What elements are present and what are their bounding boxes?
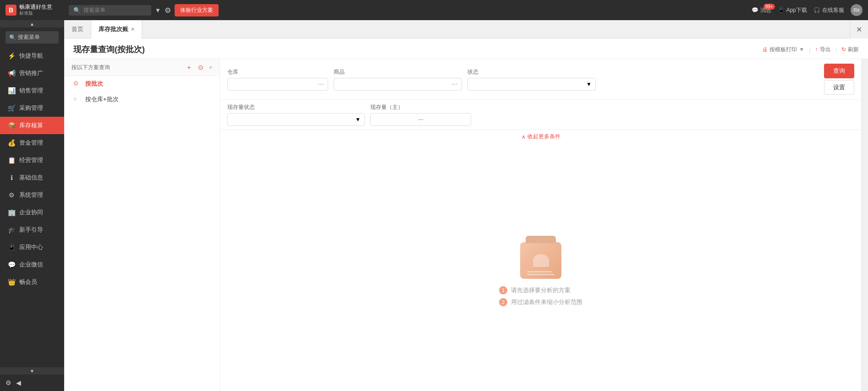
goods-input[interactable]: ··· xyxy=(334,78,462,91)
app-center-icon: 📱 xyxy=(7,243,16,251)
top-actions: 💬 消息 99+ 📱 App下载 🎧 在线客服 Rit xyxy=(752,4,863,16)
filter-row-2: 现存量状态 ▼ 现存量（主） — xyxy=(220,100,862,130)
page-header-actions: 🖨 按模板打印 ▼ | ↑ 导出 | ↻ 刷新 xyxy=(762,46,859,54)
top-bar: B 畅康通好生意 标准版 🔍 ▼ ⚙ 体验行业方案 💬 消息 99+ 📱 App… xyxy=(0,0,868,20)
sidebar-scroll-up[interactable]: ▲ xyxy=(0,20,64,27)
sidebar-item-purchase[interactable]: 🛒 采购管理 xyxy=(0,99,64,117)
qty-input[interactable]: — xyxy=(370,113,471,126)
tab-close-btn[interactable]: × xyxy=(131,26,134,33)
headset-icon: 🎧 xyxy=(813,7,820,13)
status-filter: 状态 ▼ xyxy=(467,68,596,91)
marketing-icon: 📢 xyxy=(7,69,16,77)
dropdown-icon[interactable]: ▼ xyxy=(155,7,161,14)
page-title: 现存量查询(按批次) xyxy=(73,44,145,55)
collapse-sidebar-icon[interactable]: ◀ xyxy=(16,379,21,386)
avatar: Rit xyxy=(851,4,863,16)
filter-panel: 仓库 ··· 商品 ··· xyxy=(220,59,862,143)
sidebar-item-sales[interactable]: 📊 销售管理 xyxy=(0,82,64,99)
inventory-status-select[interactable]: ▼ xyxy=(227,113,365,126)
content-area: 首页 库存批次账 × ✕ 现存量查询(按批次) 🖨 按模板打印 ▼ xyxy=(64,20,868,391)
messages-badge: 99+ xyxy=(764,4,775,10)
collapse-plan-icon[interactable]: « xyxy=(209,64,212,71)
settings-bottom-icon[interactable]: ⚙ xyxy=(5,379,11,386)
sidebar-item-app-center[interactable]: 📱 应用中心 xyxy=(0,239,64,256)
sidebar-item-newbie[interactable]: 🎓 新手引导 xyxy=(0,221,64,239)
messages-btn[interactable]: 💬 消息 99+ xyxy=(752,6,771,14)
wechat-icon: 💬 xyxy=(7,261,16,269)
sidebar-item-quick-nav[interactable]: ⚡ 快捷导航 xyxy=(0,47,64,65)
phone-icon: 📱 xyxy=(778,7,785,13)
add-plan-icon[interactable]: + xyxy=(184,63,193,72)
empty-hints: 1 请先选择要分析的方案 2 用过滤条件来缩小分析范围 xyxy=(499,286,582,306)
main-layout: ▲ 🔍 搜索菜单 ⚡ 快捷导航 📢 营销推广 📊 销售管理 xyxy=(0,20,868,391)
refresh-icon: ↻ xyxy=(841,46,846,53)
sidebar-item-operations[interactable]: 📋 经营管理 xyxy=(0,152,64,169)
sidebar-item-enterprise[interactable]: 🏢 企业协同 xyxy=(0,204,64,221)
collapse-more-btn[interactable]: ∧ 收起更多条件 xyxy=(220,130,862,143)
sidebar-bottom: ⚙ ◀ xyxy=(0,375,64,391)
finance-icon: 💰 xyxy=(7,139,16,147)
search-box[interactable]: 🔍 xyxy=(69,5,151,16)
print-icon: 🖨 xyxy=(762,46,768,53)
status-select[interactable]: ▼ xyxy=(467,78,596,91)
close-all-icon: ✕ xyxy=(856,25,862,34)
search-input[interactable] xyxy=(83,7,138,13)
sidebar-item-member[interactable]: 👑 畅会员 xyxy=(0,273,64,291)
sales-icon: 📊 xyxy=(7,87,16,95)
sidebar-item-finance[interactable]: 💰 资金管理 xyxy=(0,134,64,152)
sidebar-search-btn[interactable]: 🔍 搜索菜单 xyxy=(5,31,59,43)
brand-sub: 标准版 xyxy=(19,10,52,16)
newbie-icon: 🎓 xyxy=(7,226,16,234)
plan-sidebar-icons: + ⊙ xyxy=(184,63,205,72)
sidebar-item-marketing[interactable]: 📢 营销推广 xyxy=(0,65,64,82)
top-search-area: 🔍 ▼ ⚙ 体验行业方案 xyxy=(69,4,748,16)
brand: B 畅康通好生意 标准版 xyxy=(5,4,65,16)
sidebar-item-wechat[interactable]: 💬 企业微信 xyxy=(0,256,64,273)
query-actions: 查询 设置 xyxy=(824,64,854,95)
plan-item-by-batch[interactable]: ⊙ 按批次 xyxy=(64,76,220,92)
filter-plan-layout: 按以下方案查询 + ⊙ « ⊙ 按批次 xyxy=(64,59,868,391)
basic-info-icon: ℹ xyxy=(7,174,16,182)
right-scrollbar[interactable] xyxy=(862,59,868,391)
export-btn[interactable]: ↑ 导出 xyxy=(815,46,831,54)
plan-item-icon: ○ xyxy=(73,95,82,103)
experience-btn[interactable]: 体验行业方案 xyxy=(175,4,219,16)
tab-home[interactable]: 首页 xyxy=(64,20,91,38)
refresh-btn[interactable]: ↻ 刷新 xyxy=(841,46,859,54)
sidebar: 🔍 搜索菜单 ⚡ 快捷导航 📢 营销推广 📊 销售管理 🛒 采购管理 xyxy=(0,27,64,367)
sidebar-item-inventory[interactable]: 📦 库存核算 xyxy=(0,117,64,134)
tab-inventory-batch[interactable]: 库存批次账 × xyxy=(91,20,142,38)
enterprise-icon: 🏢 xyxy=(7,208,16,217)
plan-settings-icon[interactable]: ⊙ xyxy=(196,63,205,72)
settings-btn[interactable]: 设置 xyxy=(824,80,854,95)
sidebar-item-basic-info[interactable]: ℹ 基础信息 xyxy=(0,169,64,186)
message-icon: 💬 xyxy=(752,7,758,13)
plan-item-by-warehouse-batch[interactable]: ○ 按仓库+批次 xyxy=(64,92,220,107)
warehouse-input[interactable]: ··· xyxy=(227,78,328,91)
tab-close-all-btn[interactable]: ✕ xyxy=(850,20,868,38)
page-content: 现存量查询(按批次) 🖨 按模板打印 ▼ | ↑ 导出 | ↻ xyxy=(64,38,868,391)
inv-status-dropdown-icon: ▼ xyxy=(355,116,361,123)
query-btn[interactable]: 查询 xyxy=(824,64,854,78)
goods-filter: 商品 ··· xyxy=(334,68,462,91)
print-btn[interactable]: 🖨 按模板打印 ▼ xyxy=(762,46,804,54)
app-download-btn[interactable]: 📱 App下载 xyxy=(778,6,807,14)
sidebar-search-container: 🔍 搜索菜单 xyxy=(0,27,64,47)
plan-sidebar: 按以下方案查询 + ⊙ « ⊙ 按批次 xyxy=(64,59,220,391)
page-header: 现存量查询(按批次) 🖨 按模板打印 ▼ | ↑ 导出 | ↻ xyxy=(64,38,868,59)
online-service-btn[interactable]: 🎧 在线客服 xyxy=(813,6,844,14)
member-icon: 👑 xyxy=(7,278,16,286)
warehouse-filter: 仓库 ··· xyxy=(227,68,328,91)
status-dropdown-icon: ▼ xyxy=(586,81,592,87)
print-dropdown-icon[interactable]: ▼ xyxy=(799,46,804,53)
sidebar-scroll-down[interactable]: ▼ xyxy=(0,367,64,375)
plan-sidebar-header: 按以下方案查询 + ⊙ « xyxy=(64,59,220,76)
right-area: 仓库 ··· 商品 ··· xyxy=(220,59,862,391)
settings-icon[interactable]: ⚙ xyxy=(165,6,171,15)
brand-logo: B xyxy=(5,5,16,16)
empty-state-area: 1 请先选择要分析的方案 2 用过滤条件来缩小分析范围 xyxy=(220,143,862,391)
filter-row-1: 仓库 ··· 商品 ··· xyxy=(220,59,862,100)
sidebar-item-system[interactable]: ⚙ 系统管理 xyxy=(0,186,64,204)
user-avatar[interactable]: Rit xyxy=(851,4,863,16)
collapse-arrow-icon: ∧ xyxy=(522,134,526,140)
